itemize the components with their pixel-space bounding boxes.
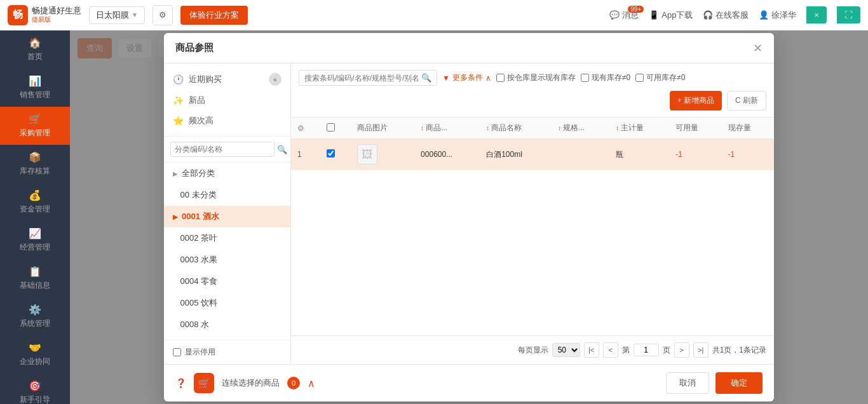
cell-image: 🖼 — [351, 139, 414, 170]
show-disabled-area: 显示停用 — [164, 340, 290, 364]
product-search-input[interactable] — [304, 74, 419, 83]
table-row[interactable]: 1 🖼 000600... 白酒100ml 瓶 — [291, 139, 774, 170]
quick-link-new[interactable]: ✨ 新品 — [164, 90, 290, 111]
headset-icon: 🎧 — [703, 10, 713, 20]
sidebar-item-sales[interactable]: 📊 销售管理 — [0, 69, 70, 107]
product-table: ⚙ 商品图片 — [291, 118, 774, 170]
expand-cart-button[interactable]: ∧ — [308, 377, 315, 389]
sidebar-item-enterprise[interactable]: 🤝 企业协同 — [0, 335, 70, 374]
select-all-checkbox[interactable] — [327, 123, 335, 131]
category-item-water[interactable]: 0008 水 — [164, 314, 290, 335]
category-search-icon[interactable]: 🔍 — [277, 145, 287, 154]
col-code[interactable]: ↕ 商品... — [414, 118, 480, 139]
store-selector[interactable]: 日太阳膜 ▼ — [89, 6, 145, 24]
next-page-button[interactable]: > — [674, 342, 689, 358]
help-icon[interactable]: ❓ — [175, 378, 186, 388]
row-checkbox[interactable] — [327, 149, 335, 158]
cell-checkbox[interactable] — [320, 139, 351, 170]
filter-available-nonzero[interactable]: 可用库存≠0 — [635, 72, 685, 83]
quick-links: 🕐 近期购买 « ✨ 新品 ⭐ 频次高 — [164, 64, 290, 137]
modal-body: 🕐 近期购买 « ✨ 新品 ⭐ 频次高 — [164, 64, 774, 364]
guide-icon: 🎯 — [29, 380, 41, 392]
expand-button[interactable]: ⛶ — [837, 6, 860, 24]
refresh-button[interactable]: C 刷新 — [727, 91, 766, 111]
confirm-button[interactable]: 确定 — [715, 372, 763, 394]
filter-stock-nonzero[interactable]: 现有库存≠0 — [581, 72, 630, 83]
sidebar-item-basic-info[interactable]: 📋 基础信息 — [0, 259, 70, 297]
teal-action-button[interactable]: × — [806, 6, 827, 24]
col-setting[interactable]: ⚙ — [291, 118, 320, 139]
arrow-icon — [173, 300, 177, 307]
modal-toolbar: 🔍 ▼ 更多条件 ∧ 按仓库显示现有库存 — [291, 64, 774, 118]
inventory-icon: 📦 — [29, 151, 41, 163]
quick-link-frequent[interactable]: ⭐ 频次高 — [164, 111, 290, 131]
filter-by-warehouse[interactable]: 按仓库显示现有库存 — [496, 72, 576, 83]
avatar-icon: 👤 — [759, 10, 769, 20]
col-unit[interactable]: ↕ 主计量 — [609, 118, 669, 139]
category-search-input[interactable] — [170, 142, 275, 157]
logo-icon: 畅 — [8, 5, 28, 25]
cell-stock: -1 — [722, 139, 774, 170]
sidebar-item-inventory[interactable]: 📦 库存核算 — [0, 145, 70, 183]
settings-button[interactable]: ⚙ — [153, 5, 173, 25]
continuous-select-label: 连续选择的商品 — [222, 377, 280, 389]
per-page-select[interactable]: 50 — [552, 343, 580, 357]
category-item-beverage[interactable]: 0005 饮料 — [164, 292, 290, 314]
last-page-button[interactable]: >| — [693, 342, 709, 358]
page-label2: 页 — [663, 345, 670, 356]
category-item-tea[interactable]: 0002 茶叶 — [164, 227, 290, 249]
category-item-liquor[interactable]: ▶ 0001 酒水 — [164, 206, 290, 227]
first-page-button[interactable]: |< — [584, 342, 599, 358]
sidebar-item-operations[interactable]: 📈 经营管理 — [0, 221, 70, 259]
available-nonzero-checkbox[interactable] — [635, 74, 644, 82]
online-service-button[interactable]: 🎧 在线客服 — [703, 10, 749, 21]
category-item-snack[interactable]: 0004 零食 — [164, 271, 290, 292]
stock-nonzero-checkbox[interactable] — [581, 74, 589, 82]
category-item-appliance[interactable]: 0010 家电 — [164, 335, 290, 340]
phone-icon: 📱 — [649, 10, 659, 20]
modal-close-button[interactable]: ✕ — [753, 43, 763, 54]
page-input[interactable] — [634, 344, 659, 356]
sidebar-item-home[interactable]: 🏠 首页 — [0, 30, 70, 69]
category-item-all[interactable]: ▶ 全部分类 — [164, 163, 290, 184]
logo-area: 畅 畅捷通好生意 捷易版 — [8, 5, 81, 25]
sidebar-item-purchase[interactable]: 🛒 采购管理 — [0, 107, 70, 145]
messages-button[interactable]: 💬 消息 99+ — [609, 10, 639, 21]
column-setting-icon[interactable]: ⚙ — [297, 124, 304, 133]
add-product-button[interactable]: + 新增商品 — [670, 91, 722, 111]
top-nav: 畅 畅捷通好生意 捷易版 日太阳膜 ▼ ⚙ 体验行业方案 💬 消息 99+ 📱 … — [0, 0, 868, 30]
warehouse-checkbox[interactable] — [496, 74, 505, 82]
col-name[interactable]: ↕ 商品名称 — [480, 118, 552, 139]
quick-link-recent[interactable]: 🕐 近期购买 « — [164, 69, 290, 90]
more-filter-button[interactable]: ▼ 更多条件 ∧ — [442, 72, 491, 83]
main-layout: 🏠 首页 📊 销售管理 🛒 采购管理 📦 库存核算 💰 资金管理 📈 经营管理 … — [0, 30, 868, 404]
modal-title: 商品参照 — [175, 42, 214, 54]
app-download-button[interactable]: 📱 App下载 — [649, 10, 693, 21]
cancel-button[interactable]: 取消 — [666, 372, 709, 394]
trial-button[interactable]: 体验行业方案 — [180, 6, 248, 25]
sort-icon: ↕ — [616, 125, 619, 131]
user-avatar[interactable]: 👤 徐泽华 — [759, 10, 796, 21]
chevron-down-icon: ▼ — [132, 11, 138, 18]
search-wrap: 🔍 — [299, 70, 437, 86]
sidebar-item-guide[interactable]: 🎯 新手引导 — [0, 374, 70, 404]
star-icon: ⭐ — [173, 116, 184, 126]
sidebar-item-system[interactable]: ⚙️ 系统管理 — [0, 297, 70, 335]
pagination-bar: 每页显示 50 |< < 第 页 > >| 共1页，1条记录 — [291, 335, 774, 364]
sort-icon: ↕ — [486, 125, 489, 131]
category-item-fruit[interactable]: 0003 水果 — [164, 249, 290, 271]
prev-page-button[interactable]: < — [603, 342, 618, 358]
category-item-unclassified[interactable]: 00 未分类 — [164, 184, 290, 206]
show-disabled-checkbox[interactable] — [173, 348, 181, 356]
purchase-icon: 🛒 — [29, 113, 41, 125]
sort-icon: ↕ — [421, 125, 424, 131]
collapse-button[interactable]: « — [269, 73, 281, 86]
search-icon[interactable]: 🔍 — [421, 73, 431, 83]
col-spec[interactable]: ↕ 规格... — [552, 118, 609, 139]
sales-icon: 📊 — [29, 75, 41, 87]
arrow-icon: ▶ — [173, 170, 178, 177]
cart-button[interactable]: 🛒 — [194, 373, 214, 393]
category-list: ▶ 全部分类 00 未分类 ▶ 0001 酒水 — [164, 163, 290, 340]
category-search: 🔍 — [164, 137, 290, 163]
sidebar-item-finance[interactable]: 💰 资金管理 — [0, 183, 70, 221]
